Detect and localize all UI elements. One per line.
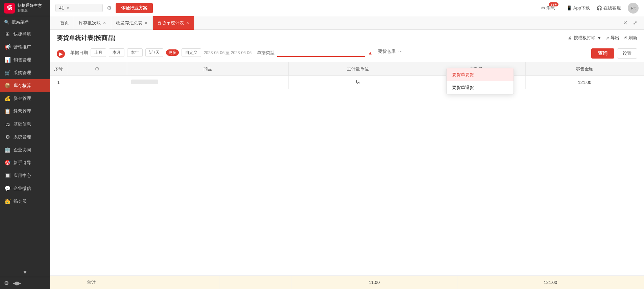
message-badge: 99+	[549, 2, 558, 6]
nav-icon-purchase: 🛒	[4, 70, 11, 76]
type-filter-input[interactable]	[277, 48, 365, 57]
footer-table: 合计 11.00 121.00	[50, 276, 644, 289]
tab-close-receivable-summary[interactable]: ✕	[144, 21, 148, 25]
data-table: 序号 ⚙ 商品 主计量单位 主数量 零售金额 1	[50, 62, 644, 89]
footer-quantity: 11.00	[291, 276, 457, 289]
nav-icon-inventory: 📦	[4, 83, 11, 89]
sidebar-item-basic-info[interactable]: 🗂 基础信息	[0, 118, 50, 131]
print-caret: ▼	[597, 36, 601, 41]
topbar-gear-icon[interactable]: ⚙	[107, 5, 112, 11]
topbar: 41 ▼ ⚙ 体验行业方案 ✉ 消息 99+ 📱 App下载 🎧 在线客服 Ri…	[50, 0, 644, 16]
nav-icon-weixin: 💬	[4, 185, 11, 192]
sidebar-item-app-center[interactable]: 🔲 应用中心	[0, 169, 50, 182]
dropdown-item-order[interactable]: 要货单要货	[447, 68, 514, 81]
date-last-month-btn[interactable]: 上月	[91, 48, 106, 57]
set-button[interactable]: 设置	[617, 48, 637, 59]
sidebar-item-finance[interactable]: 💰 资金管理	[0, 92, 50, 105]
page-title: 要货单统计表(按商品)	[57, 34, 116, 42]
sidebar-item-system[interactable]: ⚙ 系统管理	[0, 131, 50, 143]
refresh-btn[interactable]: ↺ 刷新	[623, 35, 637, 41]
messages-btn[interactable]: ✉ 消息 99+	[541, 5, 555, 11]
nav-icon-member: 👑	[4, 198, 11, 204]
tab-receivable-summary[interactable]: 收发存汇总表 ✕	[111, 16, 153, 30]
tab-inventory-batch[interactable]: 库存批次账 ✕	[74, 16, 111, 30]
nav-icon-marketing: 📢	[4, 44, 11, 50]
app-download-btn[interactable]: 📱 App下载	[567, 5, 590, 11]
query-button[interactable]: 查询	[591, 48, 614, 59]
sidebar-item-purchase[interactable]: 🛒 采购管理	[0, 66, 50, 79]
cell-unit: 块	[289, 76, 427, 89]
sidebar-item-weixin[interactable]: 💬 企业微信	[0, 182, 50, 195]
nav-icon-quick: ⊞	[4, 31, 11, 37]
product-placeholder	[131, 80, 158, 84]
user-avatar[interactable]: Rit	[628, 3, 639, 14]
tab-actions: ✕ ⤢	[622, 19, 639, 27]
footer-empty-1	[50, 276, 67, 289]
sidebar-item-inventory[interactable]: 📦 库存核算	[0, 79, 50, 92]
online-service-btn[interactable]: 🎧 在线客服	[597, 5, 621, 11]
date-more-badge[interactable]: 更多	[166, 49, 179, 56]
date-last7days-btn[interactable]: 近7天	[145, 48, 163, 57]
date-custom-btn[interactable]: 自定义	[182, 48, 201, 57]
cell-product	[127, 76, 289, 89]
export-btn[interactable]: ↗ 导出	[605, 35, 619, 41]
table-row: 1 块 11.00 121.00	[50, 76, 644, 89]
phone-icon: 📱	[567, 5, 572, 10]
tab-close-requisition-stats[interactable]: ✕	[186, 21, 189, 25]
sidebar-item-member[interactable]: 👑 畅会员	[0, 195, 50, 208]
expand-btn[interactable]: ⤢	[631, 19, 639, 27]
close-all-btn[interactable]: ✕	[622, 19, 629, 27]
sidebar-item-operations[interactable]: 📋 经营管理	[0, 105, 50, 118]
table-wrap: 序号 ⚙ 商品 主计量单位 主数量 零售金额 1	[50, 62, 644, 89]
footer-amount: 121.00	[457, 276, 644, 289]
sidebar-item-enterprise[interactable]: 🏢 企业协同	[0, 143, 50, 156]
headset-icon: 🎧	[597, 5, 602, 10]
store-selector[interactable]: 41 ▼	[55, 4, 103, 12]
dropdown-item-return[interactable]: 要货单退货	[447, 81, 514, 94]
type-filter-caret[interactable]: ▲	[368, 50, 373, 55]
sidebar-item-quick-nav[interactable]: ⊞ 快捷导航	[0, 28, 50, 41]
col-unit: 主计量单位	[289, 62, 427, 76]
sidebar-nav: ⊞ 快捷导航 📢 营销推广 📊 销售管理 🛒 采购管理 📦 库存核算 💰 资金管…	[0, 28, 50, 268]
topbar-right: ✉ 消息 99+ 📱 App下载 🎧 在线客服 Rit	[541, 3, 639, 14]
cell-amount: 121.00	[525, 76, 644, 89]
nav-icon-app-center: 🔲	[4, 173, 11, 179]
nav-icon-finance: 💰	[4, 95, 11, 102]
footer-row: 合计 11.00 121.00	[50, 276, 644, 289]
page-actions: 🖨 按模板打印 ▼ ↗ 导出 ↺ 刷新	[568, 35, 637, 41]
filter-bar: ▶ 单据日期 上月 本月 本年 近7天 更多 自定义 2023-05-06 至 …	[50, 45, 644, 62]
footer-unit-empty	[219, 276, 291, 289]
print-icon: 🖨	[568, 36, 572, 41]
col-index: 序号	[50, 62, 67, 76]
col-product: 商品	[127, 62, 289, 76]
warehouse-filter-label: 要货仓库	[378, 48, 396, 54]
cell-gear	[67, 76, 127, 89]
trial-btn[interactable]: 体验行业方案	[116, 3, 153, 13]
message-icon: ✉	[541, 5, 545, 10]
collapse-icon[interactable]: ◀▶	[13, 280, 21, 286]
date-this-year-btn[interactable]: 本年	[127, 48, 143, 57]
search-icon: 🔍	[4, 20, 9, 25]
type-dropdown: 要货单要货 要货单退货	[446, 68, 514, 94]
date-filter-group: 单据日期 上月 本月 本年 近7天 更多 自定义 2023-05-06 至 20…	[70, 48, 252, 57]
sidebar-item-guide[interactable]: 🎯 新手引导	[0, 156, 50, 169]
nav-icon-system: ⚙	[4, 134, 11, 140]
sidebar-item-sales[interactable]: 📊 销售管理	[0, 53, 50, 66]
sidebar-scroll-down[interactable]: ▼	[0, 268, 50, 277]
search-menu[interactable]: 🔍 搜索菜单	[0, 16, 50, 28]
sidebar: 畅 畅捷通好生意 标准版 🔍 搜索菜单 ⊞ 快捷导航 📢 营销推广 📊 销售管理…	[0, 0, 50, 289]
date-filter-label: 单据日期	[70, 50, 88, 56]
tab-close-inventory-batch[interactable]: ✕	[103, 21, 106, 25]
col-gear[interactable]: ⚙	[67, 62, 127, 76]
settings-icon[interactable]: ⚙	[4, 280, 9, 286]
store-dropdown-caret: ▼	[66, 6, 70, 10]
print-template-btn[interactable]: 🖨 按模板打印 ▼	[568, 35, 601, 41]
col-gear-icon: ⚙	[95, 66, 99, 72]
warehouse-filter-dots[interactable]: ···	[398, 48, 403, 54]
tab-home[interactable]: 首页	[55, 16, 74, 30]
logo-icon: 畅	[4, 3, 15, 14]
tab-requisition-stats[interactable]: 要货单统计表 ✕	[153, 16, 194, 30]
filter-expand-btn[interactable]: ▶	[57, 50, 65, 58]
sidebar-item-marketing[interactable]: 📢 营销推广	[0, 41, 50, 53]
date-this-month-btn[interactable]: 本月	[109, 48, 124, 57]
